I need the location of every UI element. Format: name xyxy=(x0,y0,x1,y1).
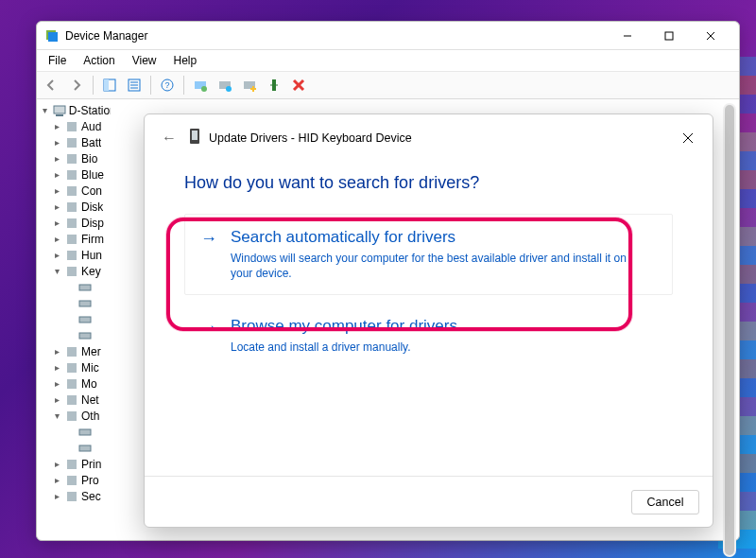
tree-row[interactable]: ▸Bio xyxy=(39,150,111,166)
svg-rect-29 xyxy=(67,202,77,212)
tree-row[interactable]: ▸Disp xyxy=(39,215,111,231)
tree-row[interactable]: ▸Mic xyxy=(39,359,111,375)
tree-twisty[interactable]: ▸ xyxy=(52,153,62,164)
tree-twisty[interactable]: ▸ xyxy=(52,201,62,212)
tree-row[interactable]: ▸Disk xyxy=(39,199,111,215)
tree-row[interactable]: ▸Pro xyxy=(39,472,111,488)
svg-rect-3 xyxy=(665,32,673,40)
tree-twisty[interactable]: ▾ xyxy=(52,410,62,421)
option-search-automatically[interactable]: → Search automatically for drivers Windo… xyxy=(184,214,673,295)
device-category-icon xyxy=(64,200,79,215)
dialog-title: Update Drivers - HID Keyboard Device xyxy=(209,131,412,145)
scan-hardware-button[interactable] xyxy=(214,74,236,96)
tree-row[interactable]: ▸Aud xyxy=(39,118,111,134)
tree-twisty[interactable]: ▸ xyxy=(52,475,62,485)
tree-row[interactable]: ▸Firm xyxy=(39,231,111,247)
tree-twisty[interactable]: ▸ xyxy=(52,137,62,148)
menu-view[interactable]: View xyxy=(125,52,164,69)
tree-row[interactable]: ▸Hun xyxy=(39,247,111,263)
menubar: File Action View Help xyxy=(37,50,739,71)
tree-twisty[interactable]: ▾ xyxy=(52,266,62,276)
dialog-close-button[interactable] xyxy=(677,127,699,149)
tree-label: Mo xyxy=(81,377,97,391)
device-category-icon xyxy=(64,216,79,231)
svg-rect-38 xyxy=(67,347,77,357)
back-arrow-icon[interactable]: ← xyxy=(162,130,179,147)
svg-point-15 xyxy=(201,86,207,92)
tree-row[interactable]: ▸Mo xyxy=(39,375,111,392)
close-button[interactable] xyxy=(690,23,731,49)
scrollbar-thumb[interactable] xyxy=(725,105,734,555)
cancel-button[interactable]: Cancel xyxy=(631,490,699,514)
tree-row[interactable] xyxy=(39,327,111,343)
disable-device-button[interactable] xyxy=(287,74,310,96)
scrollbar[interactable] xyxy=(723,103,736,557)
tree-twisty[interactable]: ▸ xyxy=(52,169,62,180)
tree-twisty[interactable]: ▸ xyxy=(52,185,62,196)
tree-row[interactable]: ▸Sec xyxy=(39,488,111,504)
device-category-icon xyxy=(64,409,79,424)
tree-row[interactable] xyxy=(39,279,111,295)
tree-label: Batt xyxy=(81,136,101,149)
add-device-button[interactable] xyxy=(238,74,261,96)
svg-text:?: ? xyxy=(164,80,169,90)
uninstall-device-button[interactable] xyxy=(263,74,285,96)
device-category-icon xyxy=(64,232,79,247)
tree-row[interactable]: ▸Batt xyxy=(39,134,111,150)
maximize-button[interactable] xyxy=(648,23,690,49)
tree-twisty[interactable]: ▸ xyxy=(52,378,62,389)
update-driver-button[interactable] xyxy=(189,74,212,96)
tree-twisty[interactable]: ▾ xyxy=(41,105,50,115)
nav-forward-button[interactable] xyxy=(65,74,88,96)
menu-file[interactable]: File xyxy=(41,52,74,69)
device-category-icon xyxy=(64,248,79,263)
device-tree[interactable]: ▾D-Station▸Aud▸Batt▸Bio▸Blue▸Con▸Disk▸Di… xyxy=(37,100,111,540)
nav-back-button[interactable] xyxy=(41,74,63,96)
update-drivers-dialog: ← Update Drivers - HID Keyboard Device H… xyxy=(144,113,713,528)
device-category-icon xyxy=(64,360,79,375)
tree-twisty[interactable]: ▸ xyxy=(52,362,62,373)
titlebar[interactable]: Device Manager xyxy=(37,22,739,50)
minimize-button[interactable] xyxy=(607,23,648,49)
menu-action[interactable]: Action xyxy=(76,52,122,69)
svg-rect-30 xyxy=(67,218,77,228)
dialog-footer: Cancel xyxy=(145,476,713,527)
tree-row[interactable]: ▸Mer xyxy=(39,343,111,359)
tree-twisty[interactable]: ▸ xyxy=(52,491,62,501)
tree-row[interactable] xyxy=(39,440,111,456)
tree-twisty[interactable]: ▸ xyxy=(52,459,62,469)
tree-twisty[interactable]: ▸ xyxy=(52,394,62,405)
properties-button[interactable] xyxy=(123,74,146,96)
dialog-question: How do you want to search for drivers? xyxy=(184,173,673,193)
tree-label: Pro xyxy=(81,474,99,487)
device-category-icon xyxy=(64,473,79,488)
svg-rect-49 xyxy=(192,131,198,140)
tree-twisty[interactable]: ▸ xyxy=(52,218,62,228)
tree-row[interactable] xyxy=(39,424,111,440)
menu-help[interactable]: Help xyxy=(166,52,205,69)
help-button[interactable]: ? xyxy=(156,74,179,96)
device-category-icon xyxy=(52,103,67,118)
tree-row[interactable]: ▸Prin xyxy=(39,456,111,472)
tree-row[interactable]: ▾Key xyxy=(39,263,111,279)
tree-twisty[interactable]: ▸ xyxy=(52,250,62,260)
tree-row[interactable]: ▸Net xyxy=(39,392,111,408)
svg-rect-26 xyxy=(67,154,77,164)
tree-twisty[interactable]: ▸ xyxy=(52,234,62,244)
tree-row[interactable]: ▸Con xyxy=(39,183,111,199)
tree-row[interactable]: ▸Blue xyxy=(39,166,111,183)
tree-twisty[interactable]: ▸ xyxy=(52,121,62,131)
svg-rect-34 xyxy=(79,285,91,290)
tree-row[interactable] xyxy=(39,295,111,311)
device-category-icon xyxy=(77,296,93,311)
tree-row[interactable]: ▾Oth xyxy=(39,408,111,424)
option-browse-computer[interactable]: → Browse my computer for drivers Locate … xyxy=(184,303,673,369)
show-hide-tree-button[interactable] xyxy=(98,74,121,96)
device-category-icon xyxy=(77,328,93,343)
device-category-icon xyxy=(64,489,79,504)
svg-rect-33 xyxy=(67,267,77,276)
tree-twisty[interactable]: ▸ xyxy=(52,346,62,357)
tree-row[interactable] xyxy=(39,311,111,327)
tree-row[interactable]: ▾D-Station xyxy=(39,102,111,118)
tree-label: Bio xyxy=(81,152,97,166)
